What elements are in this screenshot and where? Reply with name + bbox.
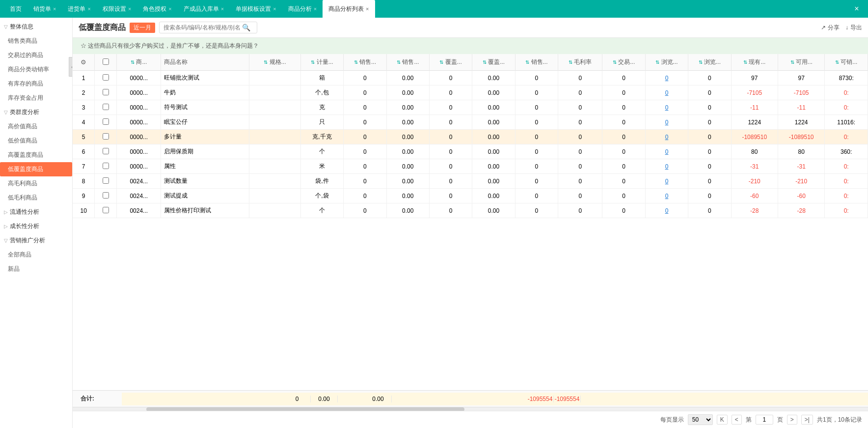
- sidebar-item-new-goods[interactable]: 新品: [0, 262, 72, 276]
- sidebar-item-all-goods[interactable]: 全部商品: [0, 248, 72, 262]
- row-check[interactable]: [95, 71, 117, 86]
- row-checkbox[interactable]: [103, 177, 109, 184]
- sidebar-item-traded-goods[interactable]: 交易过的商品: [0, 48, 72, 62]
- row-checkbox[interactable]: [103, 118, 109, 125]
- sidebar-section-growth[interactable]: ▷ 成长性分析: [0, 219, 72, 233]
- nav-home[interactable]: 首页: [4, 0, 27, 18]
- row-checkbox[interactable]: [103, 133, 109, 140]
- filter-period-button[interactable]: 近一月: [130, 23, 155, 33]
- nav-template[interactable]: 单据模板设置 ×: [230, 0, 282, 18]
- th-sales-qty[interactable]: ⇅ 销售...: [344, 54, 386, 71]
- th-cover1[interactable]: ⇅ 覆盖...: [429, 54, 472, 71]
- row-checkbox[interactable]: [103, 163, 109, 169]
- share-button[interactable]: ↗ 分享: [821, 24, 840, 32]
- sidebar-item-low-margin[interactable]: 低毛利商品: [0, 191, 72, 205]
- nav-purchase[interactable]: 进货单 ×: [62, 0, 96, 18]
- row-checkbox[interactable]: [103, 192, 109, 199]
- th-view1[interactable]: ⇅ 浏览...: [645, 54, 688, 71]
- nav-roles[interactable]: 角色授权 ×: [137, 0, 177, 18]
- row-spec: [249, 130, 300, 144]
- row-view1[interactable]: 0: [645, 130, 688, 144]
- sidebar-item-category-rate[interactable]: 商品分类动销率: [0, 62, 72, 77]
- table-container[interactable]: ⚙ ⇅ 商... 商品名称 ⇅ 规格... ⇅ 计量... ⇅ 销售... ⇅ …: [73, 54, 868, 390]
- nav-sales[interactable]: 销货单 ×: [27, 0, 62, 18]
- page-size-select[interactable]: 20 50 100 200: [688, 414, 713, 425]
- row-checkbox[interactable]: [103, 148, 109, 154]
- nav-finished-goods[interactable]: 产成品入库单 ×: [178, 0, 230, 18]
- th-stock[interactable]: ⇅ 现有...: [731, 54, 778, 71]
- next-page-button[interactable]: >: [787, 415, 797, 425]
- th-settings[interactable]: ⚙: [73, 54, 95, 71]
- row-view1[interactable]: 0: [645, 86, 688, 100]
- row-check[interactable]: [95, 159, 117, 174]
- nav-goods-analysis[interactable]: 商品分析 ×: [282, 0, 323, 18]
- row-view1[interactable]: 0: [645, 71, 688, 86]
- nav-finished-goods-close[interactable]: ×: [221, 6, 224, 12]
- th-check[interactable]: [95, 54, 117, 71]
- row-view1[interactable]: 0: [645, 144, 688, 159]
- nav-template-close[interactable]: ×: [273, 6, 276, 12]
- row-view1[interactable]: 0: [645, 100, 688, 115]
- search-input[interactable]: [163, 24, 242, 31]
- sidebar-section-cluster[interactable]: ▽ 类群度分析: [0, 105, 72, 119]
- th-gross[interactable]: ⇅ 毛利率: [558, 54, 602, 71]
- nav-sales-close[interactable]: ×: [53, 6, 56, 12]
- th-name[interactable]: 商品名称: [161, 54, 249, 71]
- th-sales3[interactable]: ⇅ 销售...: [515, 54, 558, 71]
- row-check[interactable]: [95, 130, 117, 144]
- nav-purchase-close[interactable]: ×: [87, 6, 90, 12]
- row-view1[interactable]: 0: [645, 115, 688, 130]
- th-view2[interactable]: ⇅ 浏览...: [688, 54, 731, 71]
- row-checkbox[interactable]: [103, 207, 109, 213]
- nav-permissions-close[interactable]: ×: [128, 6, 131, 12]
- sidebar-toggle[interactable]: «: [69, 57, 73, 77]
- search-icon[interactable]: 🔍: [242, 24, 250, 31]
- th-sales-amt[interactable]: ⇅ 销售...: [386, 54, 429, 71]
- sidebar-item-low-coverage[interactable]: 低覆盖度商品: [0, 162, 72, 176]
- row-view1[interactable]: 0: [645, 189, 688, 203]
- row-check[interactable]: [95, 100, 117, 115]
- export-button[interactable]: ↓ 导出: [845, 24, 862, 32]
- select-all-checkbox[interactable]: [103, 58, 109, 65]
- sidebar-item-low-value[interactable]: 低价值商品: [0, 134, 72, 148]
- row-check[interactable]: [95, 189, 117, 203]
- sidebar-section-circulation[interactable]: ▷ 流通性分析: [0, 205, 72, 219]
- th-spec[interactable]: ⇅ 规格...: [249, 54, 300, 71]
- row-view1[interactable]: 0: [645, 203, 688, 218]
- sidebar-item-sales-goods[interactable]: 销售类商品: [0, 34, 72, 48]
- nav-goods-analysis-close[interactable]: ×: [314, 6, 317, 12]
- th-unit[interactable]: ⇅ 计量...: [300, 54, 343, 71]
- row-check[interactable]: [95, 174, 117, 189]
- prev-page-button[interactable]: <: [732, 415, 742, 425]
- sidebar-item-high-margin[interactable]: 高毛利商品: [0, 176, 72, 191]
- row-checkbox[interactable]: [103, 74, 109, 81]
- last-page-button[interactable]: >|: [801, 415, 813, 425]
- first-page-button[interactable]: K: [717, 415, 728, 425]
- th-saleable[interactable]: ⇅ 可销...: [825, 54, 868, 71]
- sidebar-item-capital[interactable]: 库存资金占用: [0, 91, 72, 105]
- nav-goods-analysis-list-close[interactable]: ×: [366, 6, 369, 12]
- nav-roles-close[interactable]: ×: [168, 6, 171, 12]
- nav-permissions[interactable]: 权限设置 ×: [97, 0, 137, 18]
- row-check[interactable]: [95, 86, 117, 100]
- row-check[interactable]: [95, 115, 117, 130]
- sidebar-item-high-value[interactable]: 高价值商品: [0, 119, 72, 134]
- row-check[interactable]: [95, 203, 117, 218]
- th-trade[interactable]: ⇅ 交易...: [602, 54, 645, 71]
- th-cover2[interactable]: ⇅ 覆盖...: [472, 54, 515, 71]
- row-check[interactable]: [95, 144, 117, 159]
- row-view1[interactable]: 0: [645, 159, 688, 174]
- sidebar-item-high-coverage[interactable]: 高覆盖度商品: [0, 148, 72, 162]
- page-number-input[interactable]: [756, 415, 773, 425]
- th-code[interactable]: ⇅ 商...: [117, 54, 161, 71]
- settings-icon[interactable]: ⚙: [81, 58, 86, 66]
- sidebar-section-marketing[interactable]: ▽ 营销推广分析: [0, 233, 72, 248]
- nav-goods-analysis-list[interactable]: 商品分析列表 ×: [323, 0, 375, 18]
- window-close-button[interactable]: ×: [849, 0, 864, 18]
- sidebar-section-overall[interactable]: ▽ 整体信息: [0, 20, 72, 34]
- th-avail[interactable]: ⇅ 可用...: [778, 54, 824, 71]
- sidebar-item-stock-goods[interactable]: 有库存的商品: [0, 77, 72, 91]
- row-checkbox[interactable]: [103, 89, 109, 95]
- row-checkbox[interactable]: [103, 104, 109, 110]
- row-view1[interactable]: 0: [645, 174, 688, 189]
